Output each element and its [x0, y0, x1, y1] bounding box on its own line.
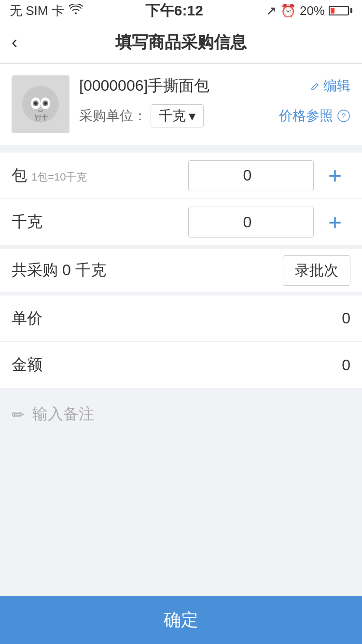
remark-placeholder: 输入备注	[32, 404, 94, 425]
kg-row: 千克 +	[0, 199, 362, 245]
kg-input[interactable]	[188, 207, 314, 238]
remark-section[interactable]: ✏ 输入备注	[0, 392, 362, 450]
bottom-spacer	[0, 450, 362, 546]
remark-icon: ✏	[12, 406, 25, 424]
summary-text: 共采购 0 千克	[12, 260, 106, 281]
divider-1	[0, 149, 362, 153]
battery-percent: 20%	[300, 3, 325, 18]
bao-row: 包 1包=10千克 +	[0, 153, 362, 199]
bao-plus-button[interactable]: +	[320, 160, 350, 191]
edit-button[interactable]: 编辑	[310, 77, 350, 95]
svg-text:?: ?	[342, 112, 346, 120]
product-unit-row: 采购单位： 千克 ▾ 价格参照 ?	[79, 104, 350, 127]
unit-select-dropdown[interactable]: 千克 ▾	[151, 104, 204, 127]
bao-label: 包 1包=10千克	[12, 165, 108, 186]
back-button[interactable]: ‹	[12, 32, 17, 53]
svg-point-5	[34, 102, 37, 105]
status-bar: 无 SIM 卡 下午6:12 ↗ ⏰ 20%	[0, 0, 362, 21]
bao-input[interactable]	[188, 160, 314, 191]
input-section: 包 1包=10千克 + 千克 +	[0, 153, 362, 249]
unit-label: 采购单位： 千克 ▾	[79, 104, 204, 127]
alarm-icon: ⏰	[280, 3, 296, 18]
bao-input-wrapper: +	[108, 160, 350, 191]
kg-input-wrapper: +	[108, 207, 350, 238]
unit-price-row: 单价 0	[0, 295, 362, 342]
location-icon: ↗	[266, 3, 277, 18]
product-image: 智十	[12, 75, 70, 133]
time-label: 下午6:12	[145, 1, 203, 21]
svg-point-6	[44, 102, 47, 105]
summary-row: 共采购 0 千克 录批次	[0, 249, 362, 295]
page-title: 填写商品采购信息	[115, 31, 247, 54]
product-image-placeholder: 智十	[12, 76, 69, 133]
product-card: 智十 [0000006]手撕面包 编辑 采购单位： 千克 ▾	[0, 64, 362, 149]
kg-plus-button[interactable]: +	[320, 207, 350, 238]
amount-label: 金额	[12, 354, 42, 376]
amount-row: 金额 0	[0, 342, 362, 388]
svg-text:智十: 智十	[35, 113, 48, 121]
pricing-section: 单价 0 金额 0	[0, 295, 362, 392]
record-batch-button[interactable]: 录批次	[283, 255, 350, 286]
wifi-icon	[69, 4, 83, 17]
battery-icon	[329, 6, 352, 15]
product-info: [0000006]手撕面包 编辑 采购单位： 千克 ▾ 价格参照	[79, 75, 350, 127]
status-right: ↗ ⏰ 20%	[266, 3, 352, 18]
product-top-row: [0000006]手撕面包 编辑	[79, 75, 350, 97]
confirm-button[interactable]: 确定	[0, 596, 362, 644]
nav-bar: ‹ 填写商品采购信息	[0, 21, 362, 64]
status-left: 无 SIM 卡	[10, 2, 83, 19]
amount-value: 0	[342, 356, 350, 374]
price-ref-button[interactable]: 价格参照 ?	[279, 107, 350, 125]
product-name: [0000006]手撕面包	[79, 75, 209, 97]
unit-price-label: 单价	[12, 308, 42, 329]
kg-label: 千克	[12, 211, 108, 233]
summary-amount: 0	[62, 261, 71, 279]
unit-price-value: 0	[342, 309, 350, 327]
sim-label: 无 SIM 卡	[10, 2, 64, 19]
